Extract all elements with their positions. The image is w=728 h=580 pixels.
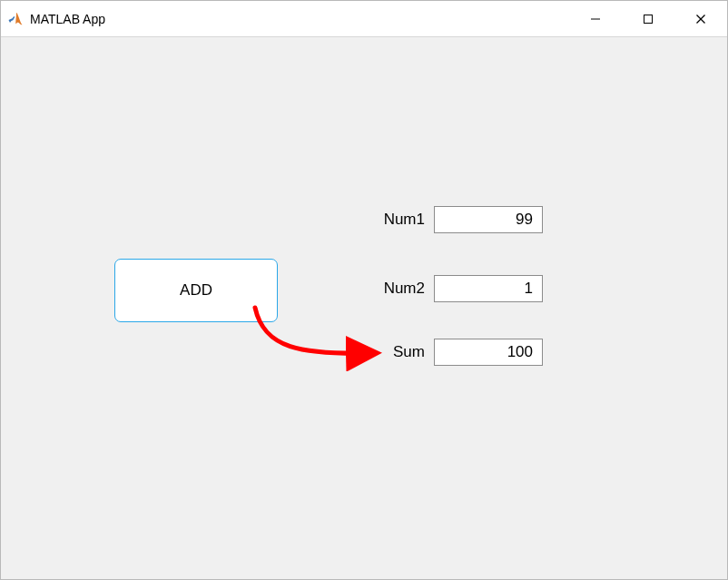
- titlebar: MATLAB App: [1, 1, 727, 37]
- num1-label: Num1: [369, 211, 425, 229]
- num1-row: Num1: [369, 206, 543, 233]
- window-title: MATLAB App: [30, 12, 105, 26]
- num2-input[interactable]: [434, 275, 543, 302]
- num2-label: Num2: [369, 280, 425, 298]
- client-area: ADD Num1 Num2 Sum: [1, 37, 727, 579]
- minimize-button[interactable]: [569, 1, 622, 36]
- matlab-icon: [8, 12, 23, 26]
- close-button[interactable]: [674, 1, 727, 36]
- num2-row: Num2: [369, 275, 543, 302]
- sum-label: Sum: [378, 343, 425, 361]
- svg-rect-1: [644, 15, 653, 23]
- num1-input[interactable]: [434, 206, 543, 233]
- sum-row: Sum: [378, 339, 543, 366]
- add-button[interactable]: ADD: [114, 259, 278, 322]
- window-controls: [569, 1, 727, 36]
- add-button-label: ADD: [180, 281, 212, 300]
- sum-input[interactable]: [434, 339, 543, 366]
- app-window: MATLAB App ADD Num1 Num2 Sum: [0, 0, 728, 580]
- maximize-button[interactable]: [622, 1, 674, 36]
